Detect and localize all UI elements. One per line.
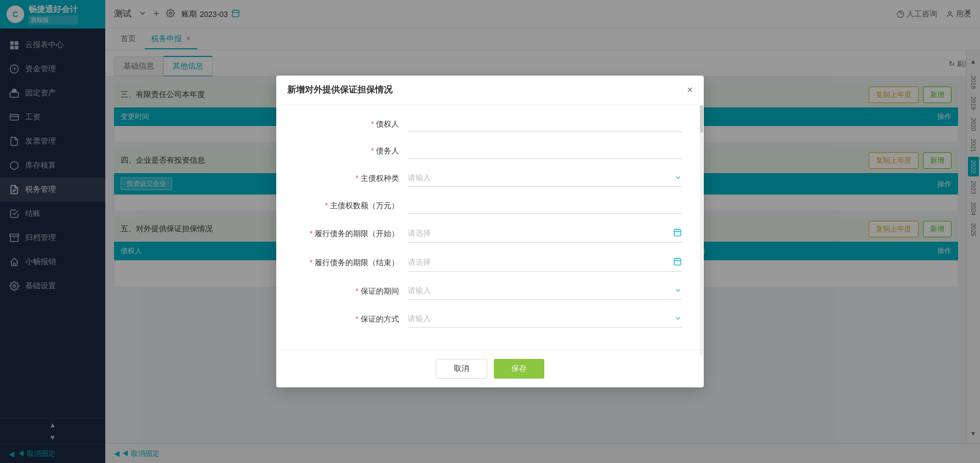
debt-amount-label: * 主债权数额（万元） — [298, 201, 408, 211]
perform-end-field: 请选择 — [408, 254, 682, 272]
form-row-debt-amount: * 主债权数额（万元） — [298, 198, 682, 214]
creditor-input[interactable] — [408, 116, 682, 132]
required-star: * — [310, 229, 312, 238]
scroll-thumb — [700, 105, 703, 133]
debt-type-placeholder: 请输入 — [408, 173, 431, 183]
guarantee-method-chevron-icon — [674, 315, 682, 324]
guarantee-method-label: * 保证的方式 — [298, 315, 408, 324]
creditor-field — [408, 116, 682, 132]
debtor-label: * 债务人 — [298, 146, 408, 156]
required-star: * — [356, 287, 358, 295]
guarantee-period-label: * 保证的期间 — [298, 287, 408, 296]
debtor-field — [408, 143, 682, 159]
guarantee-period-select[interactable]: 请输入 — [408, 283, 682, 300]
modal-close-button[interactable]: × — [687, 84, 693, 96]
scroll-track — [700, 105, 703, 356]
perform-end-placeholder: 请选择 — [408, 258, 431, 267]
save-button[interactable]: 保存 — [494, 359, 544, 379]
required-star: * — [310, 258, 312, 267]
creditor-label: * 债权人 — [298, 119, 408, 129]
guarantee-method-select[interactable]: 请输入 — [408, 311, 682, 328]
form-row-perform-end: * 履行债务的期限（结束） 请选择 — [298, 254, 682, 272]
modal-title: 新增对外提供保证担保情况 — [287, 84, 392, 96]
modal-backdrop: 新增对外提供保证担保情况 × * 债权人 — [0, 0, 980, 463]
form-row-guarantee-method: * 保证的方式 请输入 — [298, 311, 682, 328]
guarantee-period-placeholder: 请输入 — [408, 286, 431, 296]
debt-amount-input[interactable] — [408, 198, 682, 214]
form-row-perform-start: * 履行债务的期限（开始） 请选择 — [298, 225, 682, 243]
modal-header: 新增对外提供保证担保情况 × — [276, 76, 704, 105]
required-star: * — [371, 146, 374, 155]
form-row-guarantee-period: * 保证的期间 请输入 — [298, 283, 682, 300]
perform-start-calendar-icon — [673, 228, 682, 239]
debt-amount-field — [408, 198, 682, 214]
perform-end-label: * 履行债务的期限（结束） — [298, 258, 408, 268]
debt-type-field: 请输入 — [408, 170, 682, 187]
svg-rect-22 — [674, 259, 681, 265]
perform-start-field: 请选择 — [408, 225, 682, 243]
perform-start-label: * 履行债务的期限（开始） — [298, 229, 408, 239]
perform-start-date-picker[interactable]: 请选择 — [408, 225, 682, 243]
guarantee-method-placeholder: 请输入 — [408, 314, 431, 324]
svg-rect-18 — [674, 230, 681, 236]
required-star: * — [371, 119, 374, 128]
debtor-input[interactable] — [408, 143, 682, 159]
perform-end-date-picker[interactable]: 请选择 — [408, 254, 682, 272]
required-star: * — [356, 174, 358, 182]
debt-type-chevron-icon — [674, 174, 682, 183]
modal-scrollbar[interactable] — [698, 104, 704, 357]
form-row-creditor: * 债权人 — [298, 116, 682, 132]
perform-end-calendar-icon — [673, 257, 682, 268]
form-row-debtor: * 债务人 — [298, 143, 682, 159]
modal-dialog: 新增对外提供保证担保情况 × * 债权人 — [276, 76, 704, 387]
guarantee-method-field: 请输入 — [408, 311, 682, 328]
required-star: * — [356, 315, 358, 323]
guarantee-period-field: 请输入 — [408, 283, 682, 300]
form-row-debt-type: * 主债权种类 请输入 — [298, 170, 682, 187]
debt-type-label: * 主债权种类 — [298, 174, 408, 184]
debt-type-select[interactable]: 请输入 — [408, 170, 682, 187]
required-star: * — [325, 201, 328, 210]
cancel-button[interactable]: 取消 — [436, 359, 487, 379]
perform-start-placeholder: 请选择 — [408, 228, 431, 238]
modal-footer: 取消 保存 — [276, 350, 704, 387]
guarantee-period-chevron-icon — [674, 287, 682, 296]
modal-body: * 债权人 * 债务人 * — [276, 105, 704, 350]
